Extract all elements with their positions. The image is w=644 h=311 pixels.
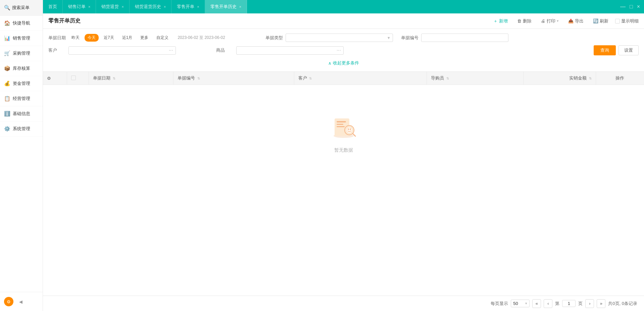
tab-retail-history-close[interactable]: × xyxy=(239,5,241,9)
th-number[interactable]: 单据编号 ⇅ xyxy=(173,72,294,85)
setting-button[interactable]: 设置 xyxy=(618,45,639,55)
page-label-after: 页 xyxy=(578,301,583,307)
th-guide[interactable]: 导购员 ⇅ xyxy=(427,72,524,85)
tab-sales-return-close[interactable]: × xyxy=(121,5,123,9)
detail-checkbox-box xyxy=(615,19,620,23)
empty-row: 暂无数据 xyxy=(43,85,644,174)
query-button[interactable]: 查询 xyxy=(594,45,616,55)
th-settings[interactable]: ⚙ xyxy=(43,72,67,85)
settings-icon: ⚙ xyxy=(7,299,11,304)
number-filter-input[interactable] xyxy=(421,34,508,42)
customer-filter-input[interactable] xyxy=(68,46,176,55)
tab-sales-return[interactable]: 销货退货 × xyxy=(96,0,129,13)
svg-point-9 xyxy=(350,128,351,130)
date-btn-custom[interactable]: 自定义 xyxy=(153,34,171,42)
th-amount[interactable]: 实销金额 ⇅ xyxy=(523,72,596,85)
sidebar-item-basic-info[interactable]: ℹ️ 基础信息 xyxy=(0,106,43,121)
search-icon: 🔍 xyxy=(4,5,10,11)
tab-sales-return-history[interactable]: 销货退货历史 × xyxy=(130,0,171,13)
collapse-bar[interactable]: ∧ 收起更多条件 xyxy=(48,59,639,69)
filter-area: 单据日期 昨天 今天 近7天 近1月 更多 自定义 2023-06-02 至 2… xyxy=(43,29,644,72)
sidebar-item-label: 资金管理 xyxy=(13,81,30,87)
sidebar-item-sys-mgmt[interactable]: ⚙️ 系统管理 xyxy=(0,121,43,137)
goods-filter-input[interactable] xyxy=(236,46,344,55)
pagination-bar: 每页显示 50 ▾ « ‹ 第 页 › » 共0页, 0条记录 xyxy=(43,296,644,311)
print-button[interactable]: 🖨 打印 ▾ xyxy=(538,17,561,25)
goods-input-dots: ··· xyxy=(337,47,341,53)
th-customer[interactable]: 客户 ⇅ xyxy=(294,72,427,85)
prev-page-icon: ‹ xyxy=(547,301,549,306)
date-range-display: 2023-06-02 至 2023-06-02 xyxy=(178,35,225,41)
date-btn-today[interactable]: 今天 xyxy=(85,34,99,42)
tab-bar-right: — □ × xyxy=(620,4,644,10)
tab-sales-order[interactable]: 销售订单 × xyxy=(63,0,96,13)
date-filter-label: 单据日期 xyxy=(48,35,68,41)
page-size-value: 50 xyxy=(513,301,518,306)
add-label: 新增 xyxy=(499,18,508,24)
collapse-icon: ◀ xyxy=(19,299,22,304)
sidebar-item-quick-nav[interactable]: 🏠 快捷导航 xyxy=(0,16,43,31)
first-page-button[interactable]: « xyxy=(532,299,541,308)
page-title: 零售开单历史 xyxy=(48,17,491,24)
print-arrow-icon: ▾ xyxy=(557,19,559,23)
tab-return-history-close[interactable]: × xyxy=(164,5,166,9)
tab-sales-order-label: 销售订单 xyxy=(68,4,86,10)
sidebar-collapse-button[interactable]: ◀ xyxy=(16,297,26,306)
tab-retail-open-label: 零售开单 xyxy=(177,4,194,10)
sidebar-item-business[interactable]: 📋 经营管理 xyxy=(0,91,43,106)
svg-rect-2 xyxy=(337,121,346,122)
tab-home-label: 首页 xyxy=(48,4,57,10)
last-page-button[interactable]: » xyxy=(597,299,605,308)
date-btn-yesterday[interactable]: 昨天 xyxy=(68,34,83,42)
customer-input-dots: ··· xyxy=(169,47,173,53)
delete-button[interactable]: 🗑 删除 xyxy=(514,17,534,25)
th-date-sort: ⇅ xyxy=(113,76,115,80)
window-close-icon[interactable]: × xyxy=(637,4,640,10)
date-btn-1month[interactable]: 近1月 xyxy=(119,34,136,42)
box-icon: 📦 xyxy=(4,65,10,71)
sidebar-search[interactable]: 🔍 搜索采单 xyxy=(0,0,43,16)
page-size-arrow: ▾ xyxy=(525,301,527,306)
table-header-row: ⚙ 单据日期 ⇅ 单据编号 ⇅ 客户 ⇅ xyxy=(43,72,644,85)
customer-filter-wrap: ··· xyxy=(68,46,176,55)
toolbar: 零售开单历史 ＋ 新增 🗑 删除 🖨 打印 ▾ 📤 导出 🔄 刷新 xyxy=(43,13,644,29)
add-button[interactable]: ＋ 新增 xyxy=(491,17,510,25)
th-guide-label: 导购员 xyxy=(431,75,444,81)
date-btn-more[interactable]: 更多 xyxy=(137,34,151,42)
th-action: 操作 xyxy=(596,72,644,85)
tab-bar: 首页 销售订单 × 销货退货 × 销货退货历史 × 零售开单 × 零售开单历史 … xyxy=(43,0,644,13)
sidebar-item-sales-mgmt[interactable]: 📊 销售管理 xyxy=(0,31,43,46)
type-filter-select[interactable]: ▾ xyxy=(286,34,393,42)
tab-retail-open[interactable]: 零售开单 × xyxy=(171,0,205,13)
refresh-button[interactable]: 🔄 刷新 xyxy=(590,17,611,25)
tab-retail-open-close[interactable]: × xyxy=(197,5,199,9)
sidebar-item-label: 快捷导航 xyxy=(13,20,30,26)
th-number-label: 单据编号 xyxy=(178,75,195,81)
table-container: ⚙ 单据日期 ⇅ 单据编号 ⇅ 客户 ⇅ xyxy=(43,72,644,296)
sidebar-item-inventory[interactable]: 📦 库存核算 xyxy=(0,61,43,76)
next-page-icon: › xyxy=(589,301,590,306)
sidebar-item-purchase-mgmt[interactable]: 🛒 采购管理 xyxy=(0,46,43,61)
next-page-button[interactable]: › xyxy=(585,299,594,308)
svg-point-8 xyxy=(348,128,349,130)
number-filter-label: 单据编号 xyxy=(401,35,421,41)
date-btn-7days[interactable]: 近7天 xyxy=(101,34,117,42)
window-maximize-icon[interactable]: □ xyxy=(630,4,633,10)
page-number-input[interactable] xyxy=(562,300,576,307)
prev-page-button[interactable]: ‹ xyxy=(544,299,552,308)
print-label: 打印 xyxy=(547,18,555,24)
tab-sales-order-close[interactable]: × xyxy=(88,5,90,9)
th-number-sort: ⇅ xyxy=(197,76,200,80)
th-checkbox[interactable] xyxy=(67,72,89,85)
page-label-before: 第 xyxy=(555,301,559,307)
tab-retail-history[interactable]: 零售开单历史 × xyxy=(205,0,247,13)
tab-home[interactable]: 首页 xyxy=(43,0,63,13)
th-date[interactable]: 单据日期 ⇅ xyxy=(89,72,174,85)
page-size-select[interactable]: 50 ▾ xyxy=(511,300,530,307)
sidebar-item-finance[interactable]: 💰 资金管理 xyxy=(0,76,43,91)
window-minimize-icon[interactable]: — xyxy=(620,4,626,10)
display-detail-label: 显示明细 xyxy=(621,18,639,24)
export-button[interactable]: 📤 导出 xyxy=(565,17,586,25)
display-detail-checkbox[interactable]: 显示明细 xyxy=(615,18,639,24)
settings-bottom-icon[interactable]: ⚙ xyxy=(4,297,13,306)
